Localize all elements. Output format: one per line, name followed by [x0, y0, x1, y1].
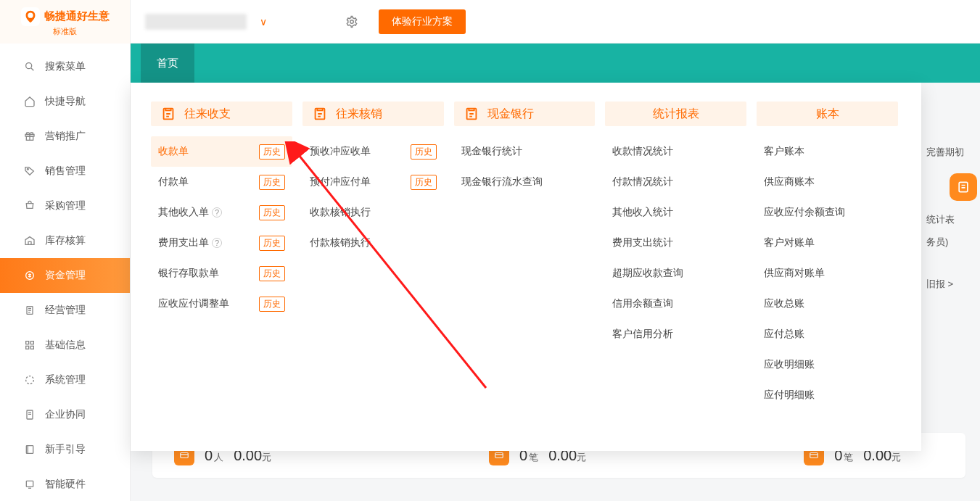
history-badge[interactable]: 历史	[411, 144, 437, 160]
megamenu-item-label: 付款单	[158, 175, 189, 189]
history-badge[interactable]: 历史	[259, 175, 285, 190]
history-badge[interactable]: 历史	[259, 144, 285, 160]
sidebar-item-label: 资金管理	[45, 269, 86, 282]
history-badge[interactable]: 历史	[259, 266, 285, 281]
megamenu-item[interactable]: 超期应收款查询	[605, 258, 746, 289]
history-badge[interactable]: 历史	[259, 205, 285, 220]
svg-rect-16	[181, 453, 189, 458]
megamenu-item[interactable]: 应收应付调整单历史	[151, 289, 292, 319]
stat-currency: 元	[892, 452, 901, 463]
megamenu-item[interactable]: 现金银行流水查询	[454, 167, 596, 197]
megamenu-item[interactable]: 银行存取款单历史	[151, 258, 292, 289]
megamenu-item[interactable]: 费用支出单?历史	[151, 228, 292, 258]
megamenu-item[interactable]: 其他收入统计	[605, 197, 746, 228]
logo-icon	[21, 7, 40, 26]
sidebar-item-hw[interactable]: 智能硬件	[0, 467, 130, 501]
megamenu-item[interactable]: 供应商账本	[757, 167, 898, 197]
megamenu-item[interactable]: 信用余额查询	[605, 289, 746, 319]
cart-icon	[23, 199, 36, 212]
company-name-redacted	[145, 14, 247, 30]
megamenu-column-title: 统计报表	[653, 107, 699, 122]
sidebar-item-label: 快捷导航	[45, 95, 86, 108]
history-badge[interactable]: 历史	[259, 236, 285, 251]
sidebar-item-label: 企业协同	[45, 408, 86, 421]
megamenu-item-label: 其他收入单?	[158, 206, 222, 219]
megamenu-item[interactable]: 现金银行统计	[454, 136, 596, 167]
svg-point-14	[350, 20, 354, 23]
tab-home[interactable]: 首页	[141, 44, 194, 83]
stat-currency: 元	[262, 452, 271, 463]
book-icon	[23, 443, 36, 456]
receipt-icon	[160, 105, 177, 123]
megamenu-item[interactable]: 预付冲应付单历史	[302, 167, 444, 197]
stat-unit: 人	[214, 452, 223, 463]
megamenu-item[interactable]: 付款核销执行	[302, 228, 444, 258]
megamenu-column-header: 统计报表	[605, 102, 746, 126]
megamenu-item[interactable]: 费用支出统计	[605, 228, 746, 258]
svg-rect-7	[30, 341, 33, 344]
sidebar-item-sales[interactable]: 销售管理	[0, 154, 130, 189]
sidebar-item-label: 智能硬件	[45, 478, 86, 491]
module-tabbar: 首页	[131, 44, 980, 83]
megamenu-item[interactable]: 供应商对账单	[757, 258, 898, 289]
megamenu-item[interactable]: 应付总账	[757, 319, 898, 349]
megamenu-column-header: 账本	[757, 102, 898, 126]
history-badge[interactable]: 历史	[259, 297, 285, 312]
sidebar-item-guide[interactable]: 新手引导	[0, 432, 130, 467]
megamenu-column: 往来收支收款单历史付款单历史其他收入单?历史费用支出单?历史银行存取款单历史应收…	[151, 102, 300, 431]
help-icon[interactable]: ?	[212, 238, 222, 248]
sidebar-item-stock[interactable]: 库存核算	[0, 223, 130, 258]
help-icon[interactable]: ?	[212, 207, 222, 218]
svg-rect-13	[26, 481, 33, 486]
sidebar-item-base[interactable]: 基础信息	[0, 328, 130, 363]
megamenu-item[interactable]: 应收总账	[757, 289, 898, 319]
megamenu-item[interactable]: 应收明细账	[757, 349, 898, 380]
report-icon	[956, 180, 971, 194]
megamenu-item[interactable]: 付款情况统计	[605, 167, 746, 197]
megamenu-item[interactable]: 其他收入单?历史	[151, 197, 292, 228]
megamenu-item[interactable]: 客户账本	[757, 136, 898, 167]
hint-text: 统计表	[926, 208, 977, 231]
hint-link[interactable]: 旧报 >	[926, 273, 977, 295]
megamenu-item[interactable]: 收款单历史	[151, 136, 292, 167]
megamenu-item[interactable]: 收款情况统计	[605, 136, 746, 167]
grid-icon	[23, 339, 36, 352]
hint-text: 完善期初	[926, 141, 977, 163]
megamenu-column-header: 现金银行	[454, 102, 596, 126]
logo-block: 畅捷通好生意 标准版	[0, 0, 130, 44]
megamenu-item[interactable]: 应付明细账	[757, 380, 898, 410]
right-side-hints: 完善期初 统计表 务员) 旧报 >	[926, 141, 977, 295]
search-icon	[23, 60, 36, 73]
sidebar-item-purchase[interactable]: 采购管理	[0, 189, 130, 223]
megamenu-item[interactable]: 应收应付余额查询	[757, 197, 898, 228]
megamenu-item[interactable]: 付款单历史	[151, 167, 292, 197]
sidebar-item-quicknav[interactable]: 快捷导航	[0, 84, 130, 119]
megamenu-item[interactable]: 收款核销执行	[302, 197, 444, 228]
settings-button[interactable]	[341, 11, 363, 33]
megamenu-column-title: 往来核销	[336, 107, 382, 122]
device-icon	[23, 478, 36, 491]
sidebar-item-ops[interactable]: 经营管理	[0, 293, 130, 328]
sidebar-item-label: 销售管理	[45, 165, 86, 178]
sidebar-item-promo[interactable]: 营销推广	[0, 119, 130, 154]
megamenu-item[interactable]: 客户信用分析	[605, 319, 746, 349]
funds-megamenu: 往来收支收款单历史付款单历史其他收入单?历史费用支出单?历史银行存取款单历史应收…	[131, 83, 921, 451]
report-icon-chip[interactable]	[950, 173, 977, 201]
sidebar-item-search[interactable]: 搜索菜单	[0, 49, 130, 84]
sidebar-item-label: 新手引导	[45, 443, 86, 456]
sidebar-item-funds[interactable]: 资金管理	[0, 258, 130, 293]
company-dropdown-caret[interactable]: ∨	[255, 16, 332, 28]
stat-unit: 笔	[844, 452, 853, 463]
svg-rect-8	[26, 346, 29, 349]
sidebar-item-corp[interactable]: 企业协同	[0, 397, 130, 432]
history-badge[interactable]: 历史	[411, 175, 437, 190]
sidebar-item-sys[interactable]: 系统管理	[0, 363, 130, 397]
sidebar-list: 搜索菜单 快捷导航 营销推广 销售管理 采购管理 库存核算 资金管理 经营管理	[0, 44, 130, 501]
cta-industry-plan-button[interactable]: 体验行业方案	[379, 9, 466, 34]
megamenu-item[interactable]: 客户对账单	[757, 228, 898, 258]
stat-unit: 笔	[529, 452, 538, 463]
megamenu-item[interactable]: 预收冲应收单历史	[302, 136, 444, 167]
megamenu-column-title: 往来收支	[184, 107, 231, 122]
hint-text: 务员)	[926, 231, 977, 253]
brand-edition: 标准版	[53, 26, 77, 37]
